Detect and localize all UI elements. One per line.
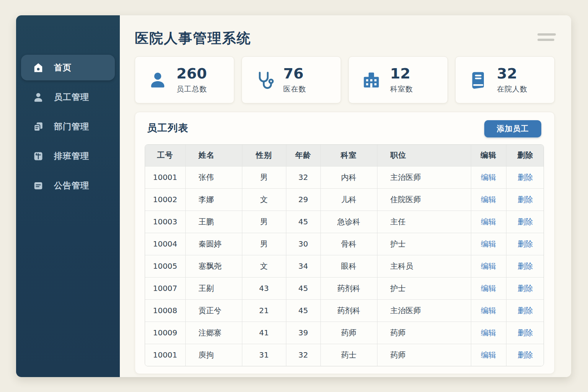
edit-link[interactable]: 编辑 <box>481 261 496 271</box>
edit-link-cell: 编辑 <box>471 255 506 277</box>
employee-list-panel: 员工列表 添加员工 工号姓名性别年龄科室职位编辑删除 10001张伟男32内科主… <box>135 112 555 374</box>
delete-link[interactable]: 删除 <box>518 284 533 293</box>
edit-link[interactable]: 编辑 <box>481 284 496 293</box>
edit-link-cell: 编辑 <box>471 188 506 211</box>
sidebar-item-schedule[interactable]: 排班管理 <box>21 143 115 169</box>
column-header: 年龄 <box>286 145 320 166</box>
book-icon <box>469 70 488 90</box>
edit-link[interactable]: 编辑 <box>481 217 496 226</box>
delete-link-cell: 删除 <box>506 255 544 277</box>
table-row: 10009注郷寨4139药师药师编辑删除 <box>145 322 544 344</box>
edit-link-cell: 编辑 <box>471 322 506 344</box>
menu-icon[interactable] <box>537 33 556 41</box>
cell-department: 急诊科 <box>320 211 377 233</box>
column-header: 职位 <box>377 145 471 166</box>
delete-link-cell: 删除 <box>506 211 544 233</box>
cell-age: 39 <box>286 322 320 344</box>
stat-cards: 260 员工总数 76 医在数 <box>135 56 555 103</box>
sidebar-item-label: 公告管理 <box>54 180 89 191</box>
delete-link[interactable]: 删除 <box>518 328 533 337</box>
cell-employee-id: 10004 <box>145 233 185 255</box>
delete-link-cell: 删除 <box>506 299 544 322</box>
stat-value: 12 <box>390 65 413 82</box>
cell-department: 骨科 <box>320 233 377 255</box>
stat-label: 科室数 <box>390 84 413 94</box>
page-title: 医院人事管理系统 <box>135 29 251 48</box>
cell-employee-id: 10003 <box>145 211 185 233</box>
cell-position: 主任 <box>377 211 471 233</box>
delete-link[interactable]: 删除 <box>518 173 533 182</box>
app-window: 首页 员工管理 部门管理 <box>16 15 571 377</box>
table-row: 10001张伟男32内科主治医师编辑删除 <box>145 166 544 188</box>
delete-link[interactable]: 删除 <box>518 261 533 271</box>
table-row: 10002李娜文29儿科住院医师编辑删除 <box>145 188 544 211</box>
column-header: 删除 <box>506 145 544 166</box>
sidebar-item-departments[interactable]: 部门管理 <box>21 114 115 139</box>
stat-label: 在院人数 <box>497 84 528 94</box>
stat-value: 260 <box>176 65 207 82</box>
hospital-icon <box>362 70 381 90</box>
edit-link-cell: 编辑 <box>471 277 506 299</box>
delete-link-cell: 删除 <box>506 233 544 255</box>
sidebar-item-home[interactable]: 首页 <box>21 55 115 80</box>
cell-position: 护士 <box>377 233 471 255</box>
edit-link[interactable]: 编辑 <box>481 306 496 315</box>
cell-employee-id: 10001 <box>145 344 185 366</box>
user-icon <box>33 91 44 103</box>
sidebar-item-employees[interactable]: 员工管理 <box>21 84 115 110</box>
stat-card-doctors: 76 医在数 <box>242 56 341 103</box>
edit-link[interactable]: 编辑 <box>481 328 496 337</box>
cell-gender: 文 <box>242 188 286 211</box>
cell-gender: 男 <box>242 233 286 255</box>
delete-link[interactable]: 删除 <box>518 195 533 204</box>
stat-card-total-employees: 260 员工总数 <box>135 56 234 103</box>
edit-link[interactable]: 编辑 <box>481 239 496 248</box>
cell-employee-id: 10007 <box>145 277 185 299</box>
cell-age: 45 <box>286 277 320 299</box>
delete-link[interactable]: 删除 <box>518 217 533 226</box>
column-header: 姓名 <box>185 145 242 166</box>
cell-age: 30 <box>286 233 320 255</box>
cell-position: 药师 <box>377 344 471 366</box>
cell-position: 住院医师 <box>377 188 471 211</box>
edit-link[interactable]: 编辑 <box>481 173 496 182</box>
cell-gender: 男 <box>242 166 286 188</box>
department-icon <box>33 121 44 132</box>
edit-link-cell: 编辑 <box>471 233 506 255</box>
cell-gender: 文 <box>242 255 286 277</box>
delete-link-cell: 删除 <box>506 344 544 366</box>
cell-department: 药师 <box>320 322 377 344</box>
sidebar-item-label: 部门管理 <box>54 121 89 132</box>
cell-age: 34 <box>286 255 320 277</box>
delete-link[interactable]: 删除 <box>518 306 533 315</box>
cell-employee-id: 10002 <box>145 188 185 211</box>
table-row: 10007王剔4345药剂科护士编辑删除 <box>145 277 544 299</box>
table-row: 10005塞飘尧文34眼科主科员编辑删除 <box>145 255 544 277</box>
edit-link-cell: 编辑 <box>471 344 506 366</box>
sidebar-item-label: 首页 <box>54 62 72 74</box>
column-header: 工号 <box>145 145 185 166</box>
delete-link-cell: 删除 <box>506 322 544 344</box>
cell-name: 庾拘 <box>185 344 242 366</box>
table-row: 10004秦圆婷男30骨科护士编辑删除 <box>145 233 544 255</box>
delete-link[interactable]: 删除 <box>518 350 533 359</box>
edit-link[interactable]: 编辑 <box>481 350 496 359</box>
delete-link[interactable]: 删除 <box>518 239 533 248</box>
edit-link[interactable]: 编辑 <box>481 195 496 204</box>
add-employee-button[interactable]: 添加员工 <box>484 120 541 137</box>
cell-name: 王鹏 <box>185 211 242 233</box>
home-icon <box>33 62 44 74</box>
cell-age: 32 <box>286 166 320 188</box>
cell-gender: 21 <box>242 299 286 322</box>
cell-employee-id: 10009 <box>145 322 185 344</box>
cell-position: 护士 <box>377 277 471 299</box>
cell-age: 32 <box>286 344 320 366</box>
cell-department: 药剂科 <box>320 277 377 299</box>
sidebar-item-announcements[interactable]: 公告管理 <box>21 173 115 198</box>
cell-age: 29 <box>286 188 320 211</box>
main-content: 医院人事管理系统 260 员工总数 <box>120 15 571 377</box>
announcement-icon <box>33 180 44 191</box>
cell-gender: 41 <box>242 322 286 344</box>
cell-name: 贡正兮 <box>185 299 242 322</box>
cell-position: 主科员 <box>377 255 471 277</box>
